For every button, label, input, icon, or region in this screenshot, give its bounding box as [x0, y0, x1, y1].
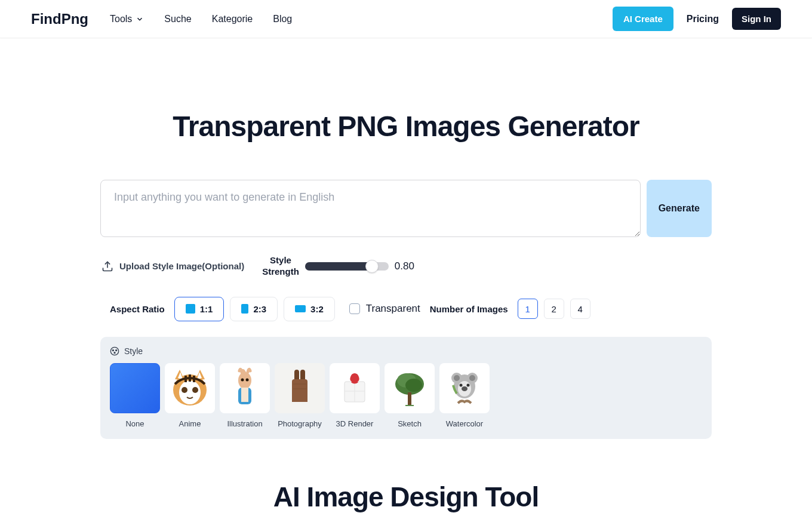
ratio-3-2-icon: [295, 305, 306, 312]
logo[interactable]: FindPng: [31, 11, 88, 27]
nav-blog[interactable]: Blog: [273, 14, 292, 24]
upload-label: Upload Style Image(Optional): [119, 261, 244, 271]
svg-point-4: [114, 352, 115, 353]
number-images-label: Number of Images: [430, 304, 508, 314]
generate-row: Generate: [100, 180, 712, 237]
svg-point-7: [182, 387, 187, 393]
aspect-1-1-label: 1:1: [200, 304, 213, 314]
ai-create-button[interactable]: AI Create: [613, 7, 673, 31]
style-illustration[interactable]: Illustration: [220, 363, 270, 428]
style-sketch[interactable]: Sketch: [385, 363, 435, 428]
prompt-input[interactable]: [100, 180, 641, 237]
aspect-2-3[interactable]: 2:3: [230, 297, 278, 321]
style-anime[interactable]: Anime: [165, 363, 215, 428]
svg-point-12: [241, 378, 244, 381]
nav-category[interactable]: Kategorie: [212, 14, 253, 24]
style-3d-render[interactable]: 3D Render: [330, 363, 380, 428]
style-anime-thumb: [165, 363, 215, 413]
style-label: Style: [124, 346, 143, 356]
nav-tools[interactable]: Tools: [110, 14, 144, 24]
generate-button[interactable]: Generate: [647, 180, 712, 237]
aspect-ratio-group: 1:1 2:3 3:2: [174, 297, 335, 321]
style-watercolor[interactable]: Watercolor: [439, 363, 490, 428]
aspect-2-3-label: 2:3: [253, 304, 266, 314]
style-sketch-thumb: [385, 363, 435, 413]
svg-point-28: [467, 383, 470, 386]
strength-value: 0.80: [395, 260, 414, 272]
ratio-2-3-icon: [241, 304, 248, 314]
slider-thumb[interactable]: [365, 260, 379, 273]
svg-point-26: [462, 386, 467, 391]
aspect-ratio-label: Aspect Ratio: [110, 304, 165, 314]
upload-icon: [102, 260, 113, 272]
header: FindPng Tools Suche Kategorie Blog AI Cr…: [0, 0, 812, 38]
svg-point-13: [246, 378, 249, 381]
upload-style-image[interactable]: Upload Style Image(Optional): [102, 260, 244, 272]
svg-point-25: [469, 375, 475, 381]
strength-slider[interactable]: [305, 262, 389, 271]
style-header: Style: [110, 346, 702, 356]
svg-point-3: [116, 349, 117, 351]
main: Transparent PNG Images Generator Generat…: [100, 38, 712, 513]
svg-rect-11: [241, 388, 248, 402]
subheading: AI Image Design Tool: [100, 481, 712, 513]
style-watercolor-label: Watercolor: [439, 419, 490, 428]
svg-point-24: [454, 375, 460, 381]
ratio-1-1-icon: [186, 304, 195, 314]
style-sketch-label: Sketch: [385, 419, 435, 428]
sign-in-button[interactable]: Sign In: [732, 8, 781, 30]
transparent-label: Transparent: [366, 303, 420, 315]
svg-rect-19: [408, 392, 411, 406]
palette-icon: [110, 346, 119, 356]
svg-point-27: [460, 383, 463, 386]
num-4[interactable]: 4: [570, 299, 590, 319]
style-none[interactable]: None: [110, 363, 160, 428]
style-row: None Anime Illustration Photography: [110, 363, 702, 428]
style-anime-label: Anime: [165, 419, 215, 428]
strength-label: Style Strength: [262, 255, 299, 278]
svg-point-18: [405, 379, 422, 392]
nav: Tools Suche Kategorie Blog: [110, 14, 292, 24]
header-right: AI Create Pricing Sign In: [613, 7, 781, 31]
style-photography-label: Photography: [275, 419, 325, 428]
style-panel: Style None Anime Illustration: [100, 337, 712, 439]
style-strength: Style Strength 0.80: [262, 255, 414, 278]
svg-point-1: [110, 347, 118, 355]
slider-fill: [305, 262, 372, 271]
aspect-3-2-label: 3:2: [310, 304, 324, 314]
chevron-down-icon: [136, 15, 144, 23]
controls-row-2: Aspect Ratio 1:1 2:3 3:2 Transparent Num…: [100, 297, 712, 321]
num-1[interactable]: 1: [518, 299, 538, 319]
style-3d-render-thumb: [330, 363, 380, 413]
controls-row-1: Upload Style Image(Optional) Style Stren…: [100, 255, 712, 278]
aspect-1-1[interactable]: 1:1: [174, 297, 224, 321]
style-photography-thumb: [275, 363, 325, 413]
transparent-toggle[interactable]: Transparent: [349, 303, 420, 315]
style-watercolor-thumb: [439, 363, 490, 413]
number-images-group: 1 2 4: [518, 299, 590, 319]
style-none-thumb: [110, 363, 160, 413]
svg-point-8: [192, 387, 198, 393]
aspect-3-2[interactable]: 3:2: [284, 297, 335, 321]
num-2[interactable]: 2: [544, 299, 564, 319]
nav-search[interactable]: Suche: [164, 14, 191, 24]
page-title: Transparent PNG Images Generator: [100, 110, 712, 143]
transparent-checkbox[interactable]: [349, 303, 360, 314]
svg-point-6: [179, 380, 201, 404]
style-illustration-label: Illustration: [220, 419, 270, 428]
style-3d-render-label: 3D Render: [330, 419, 380, 428]
style-none-label: None: [110, 419, 160, 428]
pricing-link[interactable]: Pricing: [687, 14, 719, 24]
style-illustration-thumb: [220, 363, 270, 413]
nav-tools-label: Tools: [110, 14, 132, 24]
svg-point-2: [112, 349, 113, 351]
style-photography[interactable]: Photography: [275, 363, 325, 428]
